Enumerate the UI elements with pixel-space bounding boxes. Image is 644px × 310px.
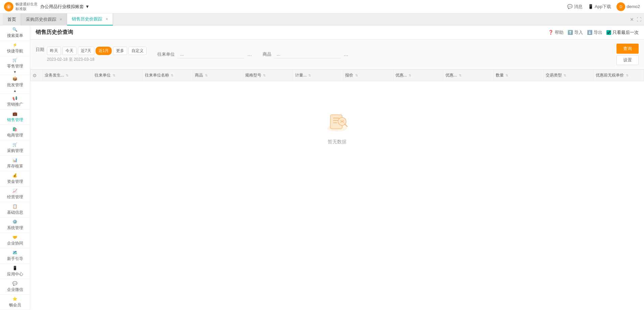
maximize-icon[interactable]: ⛶ <box>637 17 641 22</box>
action-buttons: 查询 设置 <box>616 44 639 65</box>
message-btn[interactable]: 💬 消息 <box>567 4 583 10</box>
col-unit-code: 往来单位 ⇅ <box>93 70 143 81</box>
sort-icon[interactable]: ⇅ <box>171 73 173 77</box>
table-header: ⚙ 业务发生... ⇅ 往来单位 ⇅ 往来单位名称 ⇅ <box>31 70 644 81</box>
sort-icon[interactable]: ⇅ <box>505 73 508 77</box>
table-header-row: ⚙ 业务发生... ⇅ 往来单位 ⇅ 往来单位名称 ⇅ <box>31 70 644 81</box>
sidebar-item-ecommerce[interactable]: 🛍️ 电商管理 <box>0 125 30 140</box>
data-table: ⚙ 业务发生... ⇅ 往来单位 ⇅ 往来单位名称 ⇅ <box>30 69 644 81</box>
sort-icon[interactable]: ⇅ <box>263 73 266 77</box>
sidebar-item-system[interactable]: ⚙️ 系统管理 <box>0 217 30 233</box>
sort-icon[interactable]: ⇅ <box>564 73 566 77</box>
business-icon: 📈 <box>12 189 17 193</box>
sort-icon[interactable]: ⇅ <box>409 73 411 77</box>
sort-icon[interactable]: ⇅ <box>113 73 115 77</box>
date-btns-group: 昨天 今天 近7天 近1月 更多 自定义 2023-02-18 至 2023-0… <box>47 47 147 62</box>
sort-icon[interactable]: ⇅ <box>459 73 462 77</box>
system-icon: ⚙️ <box>12 219 17 224</box>
sort-icon[interactable]: ⇅ <box>308 73 311 77</box>
tab-close-sales[interactable]: × <box>106 17 108 21</box>
tab-purchase-history[interactable]: 采购历史价跟踪 × <box>21 13 67 25</box>
user-avatar-btn[interactable]: D demo2 <box>616 2 640 11</box>
sidebar-item-retail[interactable]: 🛒 零售管理 ▼ <box>0 56 30 75</box>
logo-text: 畅捷通好生意 标准版 <box>15 2 38 11</box>
import-btn[interactable]: ⬆️ 导入 <box>568 30 583 36</box>
date-btn-yesterday[interactable]: 昨天 <box>47 47 61 55</box>
col-goods: 商品 ⇅ <box>193 70 243 81</box>
inventory-icon: 📊 <box>12 158 17 162</box>
sidebar-item-basic[interactable]: 📋 基础信息 <box>0 202 30 217</box>
help-icon: ❓ <box>548 30 553 35</box>
sidebar-item-purchase[interactable]: 🛒 采购管理 <box>0 140 30 156</box>
sidebar-item-sales[interactable]: 💼 销售管理 <box>0 109 30 125</box>
filter-row: 日期 昨天 今天 近7天 近1月 更多 自定义 2023-02-18 至 202… <box>36 44 639 65</box>
col-unit-name: 往来单位名称 ⇅ <box>143 70 193 81</box>
sidebar-item-finance[interactable]: 💰 资金管理 <box>0 171 30 187</box>
date-btn-today[interactable]: 今天 <box>62 47 76 55</box>
col-unit: 计量... ⇅ <box>293 70 343 81</box>
sidebar-item-member[interactable]: ⭐ 畅会员 <box>0 295 30 310</box>
date-btn-7days[interactable]: 近7天 <box>78 47 94 55</box>
sales-icon: 💼 <box>12 111 17 116</box>
goods-input[interactable] <box>274 50 341 58</box>
main-layout: 🔍 搜索菜单 ⚡ 快捷导航 🛒 零售管理 ▼ 📦 批发管理 ▲ 📢 营销推广 💼… <box>0 25 644 310</box>
col-quantity: 数量 ⇅ <box>493 70 543 81</box>
company-dropdown[interactable]: 办公用品行业模拟账套 ▼ <box>40 4 90 10</box>
empty-state: 暂无数据 <box>30 81 644 172</box>
date-btn-custom[interactable]: 自定义 <box>128 47 147 55</box>
app-download-btn[interactable]: 📱 App下载 <box>588 4 611 10</box>
date-btn-more[interactable]: 更多 <box>113 47 127 55</box>
query-button[interactable]: 查询 <box>616 44 639 54</box>
message-icon: 💬 <box>567 4 573 9</box>
only-last-checkbox-label[interactable]: 只看最后一次 <box>606 30 639 36</box>
app-icon: 📱 <box>12 266 17 270</box>
sort-icon[interactable]: ⇅ <box>626 73 629 77</box>
tab-sales-history[interactable]: 销售历史价跟踪 × <box>67 13 113 25</box>
from-unit-input[interactable] <box>177 50 245 58</box>
goods-filter: 商品 ... <box>263 50 348 58</box>
import-icon: ⬆️ <box>568 30 573 35</box>
nav-icon: ⚡ <box>12 43 17 47</box>
sidebar-item-wechat[interactable]: 💬 企业微信 <box>0 279 30 295</box>
date-btn-group: 昨天 今天 近7天 近1月 更多 自定义 <box>47 47 147 55</box>
finance-icon: 💰 <box>12 173 17 178</box>
close-tab-icon[interactable]: ✕ <box>630 17 634 22</box>
wechat-icon: 💬 <box>12 281 17 286</box>
sidebar-item-wholesale[interactable]: 📦 批发管理 ▲ <box>0 75 30 94</box>
sidebar-item-collab[interactable]: 🤝 企业协同 <box>0 233 30 248</box>
search-icon: 🔍 <box>12 27 17 32</box>
sidebar-item-nav[interactable]: ⚡ 快捷导航 <box>0 41 30 56</box>
sidebar-item-inventory[interactable]: 📊 库存核算 <box>0 156 30 171</box>
col-no-tax-price: 优惠前无税单价 ⇅ <box>594 70 644 81</box>
top-header: 6 畅捷通好生意 标准版 办公用品行业模拟账套 ▼ 💬 消息 📱 App下载 D… <box>0 0 644 13</box>
sidebar: 🔍 搜索菜单 ⚡ 快捷导航 🛒 零售管理 ▼ 📦 批发管理 ▲ 📢 营销推广 💼… <box>0 25 30 310</box>
sidebar-item-guide[interactable]: 🗺️ 新手引导 <box>0 248 30 264</box>
sort-icon[interactable]: ⇅ <box>66 73 68 77</box>
help-btn[interactable]: ❓ 帮助 <box>548 30 564 36</box>
wholesale-icon: 📦 <box>12 76 17 81</box>
export-btn[interactable]: ⬇️ 导出 <box>587 30 602 36</box>
settings-button[interactable]: 设置 <box>616 55 639 65</box>
from-unit-more-icon[interactable]: ... <box>247 51 252 57</box>
date-btn-1month[interactable]: 近1月 <box>96 47 112 55</box>
tab-close-purchase[interactable]: × <box>60 17 62 22</box>
sidebar-item-app[interactable]: 📱 应用中心 <box>0 264 30 279</box>
chevron-down-icon: ▼ <box>85 4 90 9</box>
goods-more-icon[interactable]: ... <box>344 51 348 57</box>
gear-icon[interactable]: ⚙ <box>33 73 37 78</box>
collab-icon: 🤝 <box>12 235 17 240</box>
tab-home[interactable]: 首页 <box>3 13 21 25</box>
export-icon: ⬇️ <box>587 30 592 35</box>
sidebar-item-search[interactable]: 🔍 搜索菜单 <box>0 25 30 41</box>
header-right: 💬 消息 📱 App下载 D demo2 <box>567 2 640 11</box>
sidebar-item-business[interactable]: 📈 经营管理 <box>0 187 30 202</box>
logo-area: 6 畅捷通好生意 标准版 <box>4 2 38 11</box>
member-icon: ⭐ <box>12 297 17 301</box>
sort-icon[interactable]: ⇅ <box>205 73 208 77</box>
only-last-checkbox[interactable] <box>606 30 611 35</box>
date-filter-group: 日期 昨天 今天 近7天 近1月 更多 自定义 2023-02-18 至 202… <box>36 47 147 62</box>
sort-icon[interactable]: ⇅ <box>355 73 358 77</box>
page-title: 销售历史价查询 <box>36 29 73 36</box>
from-unit-filter: 往来单位 ... <box>157 50 252 58</box>
sidebar-item-marketing[interactable]: 📢 营销推广 <box>0 94 30 109</box>
